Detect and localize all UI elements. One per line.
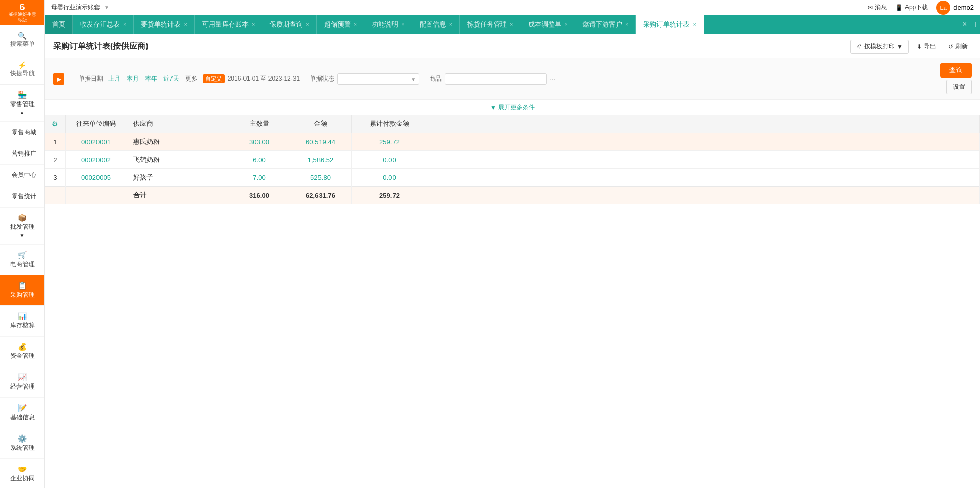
export-button[interactable]: ⬇ 导出 [913,40,940,53]
filter-toggle-button[interactable]: ▶ [53,73,64,85]
sidebar-item-retail-mgmt[interactable]: 🏪 零售管理 ▲ [0,85,44,122]
tab-overstock-warning[interactable]: 超储预警 × [317,15,364,34]
cell-supplier-2: 好孩子 [127,169,229,187]
message-button[interactable]: ✉ 消息 [868,3,887,12]
date-btn-more[interactable]: 更多 [183,73,200,84]
sidebar-item-retail-stats[interactable]: 零售统计 [0,186,44,208]
tab-close-invite-customer[interactable]: × [625,21,628,28]
search-menu-button[interactable]: 🔍 搜索菜单 [3,30,41,50]
cell-amount-0[interactable]: 60,519.44 [290,133,351,151]
tab-close-goods-stats[interactable]: × [184,21,187,28]
cell-amount-2[interactable]: 525.80 [290,169,351,187]
custom-date-badge[interactable]: 自定义 [203,74,225,83]
cell-amount-1[interactable]: 1,586.52 [290,151,351,169]
tab-invite-customer[interactable]: 邀请下游客户 × [575,15,636,34]
export-icon: ⬇ [917,43,922,50]
cell-paid-0[interactable]: 259.72 [351,133,428,151]
date-btn-7days[interactable]: 近7天 [161,73,181,84]
sidebar-item-marketing[interactable]: 营销推广 [0,143,44,165]
goods-more-icon[interactable]: ··· [550,75,556,83]
status-filter-label: 单据状态 [310,74,334,83]
topbar-right: ✉ 消息 📱 App下载 Ea demo2 [868,1,974,15]
sidebar-item-finance-mgmt[interactable]: 💰 资金管理 [0,337,44,367]
date-shortcuts: 上月 本月 本年 近7天 更多 [106,73,200,84]
sidebar-item-wholesale-mgmt[interactable]: 📦 批发管理 ▼ [0,208,44,245]
refresh-button[interactable]: ↺ 刷新 [944,40,972,53]
quick-nav-button[interactable]: ⚡ 快捷导航 [3,59,41,80]
cell-code-0[interactable]: 00020001 [65,133,127,151]
date-btn-last-month[interactable]: 上月 [106,73,122,84]
cell-code-1[interactable]: 00020002 [65,151,127,169]
tab-close-pick-task[interactable]: × [510,21,513,28]
tab-usable-inventory[interactable]: 可用量库存账本 × [195,15,262,34]
tab-close-overstock-warning[interactable]: × [354,21,357,28]
date-btn-this-month[interactable]: 本月 [125,73,141,84]
cell-qty-1[interactable]: 6.00 [229,151,290,169]
print-button[interactable]: 🖨 按模板打印 ▼ [850,40,909,54]
table-footer: 合计 316.00 62,631.76 259.72 [45,187,980,204]
user-menu-button[interactable]: Ea demo2 [936,1,974,15]
footer-paid: 259.72 [351,187,428,204]
tab-close-usable-inventory[interactable]: × [252,21,255,28]
col-header-paid: 累计付款金额 [351,115,428,133]
table-row: 2 00020002 飞鹤奶粉 6.00 1,586.52 0.00 [45,151,980,169]
sidebar-item-basic-info[interactable]: 📝 基础信息 [0,398,44,428]
sidebar-item-enterprise-coop[interactable]: 🤝 企业协同 [0,459,44,488]
table-footer-row: 合计 316.00 62,631.76 259.72 [45,187,980,204]
cell-extra-2 [428,169,980,187]
tab-close-cost-adjust[interactable]: × [565,21,568,28]
status-select[interactable]: 全部 待审核 已审核 已完成 [337,73,419,85]
settings-col-icon[interactable]: ⚙ [52,120,58,128]
tab-home[interactable]: 首页 [45,15,73,34]
tab-expiry-query[interactable]: 保质期查询 × [262,15,316,34]
sidebar-item-member-center[interactable]: 会员中心 [0,165,44,186]
table-row: 3 00020005 好孩子 7.00 525.80 0.00 [45,169,980,187]
settings-button[interactable]: 设置 [946,80,972,94]
maximize-button[interactable]: □ [971,20,976,29]
tab-pick-task[interactable]: 拣货任务管理 × [460,15,521,34]
date-btn-this-year[interactable]: 本年 [143,73,159,84]
topbar-left: 母婴行业演示账套 ▼ [51,3,109,12]
expand-more-button[interactable]: ▼ 展开更多条件 [490,103,535,112]
footer-extra [428,187,980,204]
close-all-tabs-button[interactable]: × [962,20,967,29]
tab-close-receive-summary[interactable]: × [123,21,126,28]
sidebar-item-purchase-mgmt[interactable]: 📋 采购管理 [0,275,44,306]
sidebar-item-inventory-check[interactable]: 📊 库存核算 [0,306,44,337]
cell-paid-2[interactable]: 0.00 [351,169,428,187]
goods-search-input[interactable] [445,73,547,85]
main-area: 母婴行业演示账套 ▼ ✉ 消息 📱 App下载 Ea demo2 首页 [45,0,980,488]
sidebar-item-ecommerce-mgmt[interactable]: 🛒 电商管理 [0,245,44,275]
tab-close-purchase-stats[interactable]: × [693,21,696,28]
tab-config-info[interactable]: 配置信息 × [412,15,460,34]
tab-cost-adjust[interactable]: 成本调整单 × [521,15,575,34]
cell-code-2[interactable]: 00020005 [65,169,127,187]
sidebar-item-system-mgmt[interactable]: ⚙️ 系统管理 [0,428,44,459]
app-download-button[interactable]: 📱 App下载 [895,3,928,12]
sidebar-logo: 6 畅捷通好生意 标版 [0,0,44,25]
print-dropdown-icon: ▼ [897,43,903,50]
col-header-extra [428,115,980,133]
sidebar-item-operation-mgmt[interactable]: 📈 经营管理 [0,367,44,398]
filter-main-row: ▶ 单据日期 上月 本月 本年 近7天 更多 自定义 2016-01-01 至 … [53,63,972,94]
workspace-dropdown-icon[interactable]: ▼ [104,5,109,10]
tab-close-config-info[interactable]: × [449,21,452,28]
query-button[interactable]: 查询 [940,63,972,78]
tab-goods-stats[interactable]: 要货单统计表 × [134,15,194,34]
cell-qty-0[interactable]: 303.00 [229,133,290,151]
tab-close-function-desc[interactable]: × [401,21,404,28]
filter-area: ▶ 单据日期 上月 本月 本年 近7天 更多 自定义 2016-01-01 至 … [45,58,980,100]
footer-label: 合计 [127,187,229,204]
tab-function-desc[interactable]: 功能说明 × [364,15,412,34]
tab-purchase-stats[interactable]: 采购订单统计表 × [636,15,703,34]
cell-paid-1[interactable]: 0.00 [351,151,428,169]
tab-receive-summary[interactable]: 收发存汇总表 × [73,15,134,34]
sidebar: 6 畅捷通好生意 标版 🔍 搜索菜单 ⚡ 快捷导航 🏪 零售管理 ▲ 零售商城 … [0,0,45,488]
col-header-check: ⚙ [45,115,65,133]
footer-amount: 62,631.76 [290,187,351,204]
cell-qty-2[interactable]: 7.00 [229,169,290,187]
tab-close-expiry-query[interactable]: × [306,21,309,28]
app-download-icon: 📱 [895,4,903,11]
col-header-code: 往来单位编码 [65,115,127,133]
sidebar-item-retail-store[interactable]: 零售商城 [0,122,44,143]
